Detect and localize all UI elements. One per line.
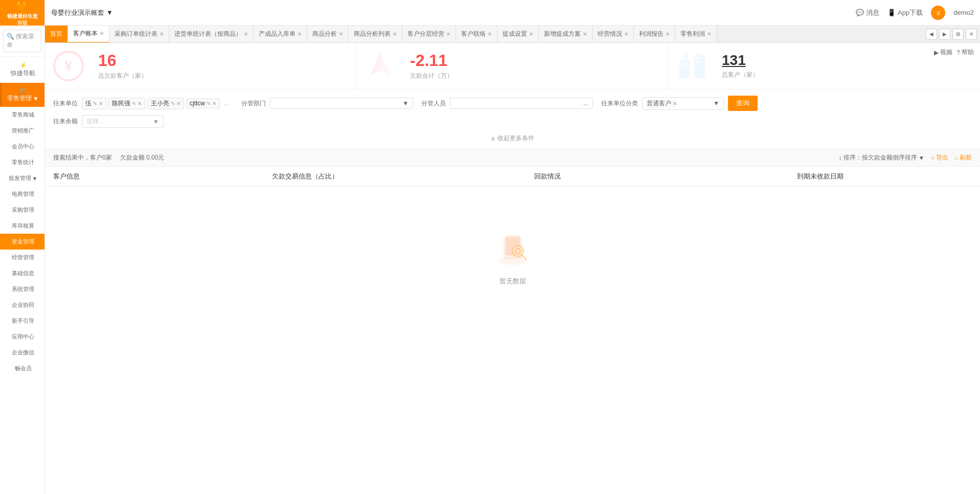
tab-profit-report[interactable]: 利润报告 ✕	[634, 26, 675, 43]
tab-product-close[interactable]: ✕	[298, 31, 302, 37]
tab-goodslist-close[interactable]: ✕	[393, 31, 397, 37]
tab-product-in[interactable]: 产成品入库单 ✕	[254, 26, 307, 43]
collab-label: 企业协同	[12, 302, 34, 308]
tab-retail-profit-close[interactable]: ✕	[707, 31, 711, 37]
member-label: 会员中心	[12, 143, 34, 149]
svg-rect-7	[684, 66, 686, 69]
sidebar-item-newguide[interactable]: 新手引导	[0, 313, 44, 329]
tab-customer-tier[interactable]: 客户分层经营 ✕	[402, 26, 456, 43]
help-label: 帮助	[962, 48, 974, 57]
tab-close-all-button[interactable]: ✕	[966, 29, 977, 40]
tab-commission-close[interactable]: ✕	[529, 31, 533, 37]
app-icon: 📱	[887, 9, 896, 16]
sidebar-item-system[interactable]: 系统管理	[0, 281, 44, 297]
sidebar-item-retailstat[interactable]: 零售统计	[0, 154, 44, 170]
sort-button[interactable]: ↕ 排序：按欠款金额倒序排序 ▼	[839, 153, 925, 162]
sidebar-item-finance[interactable]: 资金管理	[0, 234, 44, 250]
tab-customer-ledger[interactable]: 客户账本 ✕	[68, 26, 109, 43]
help-button[interactable]: ? 帮助	[956, 48, 974, 57]
help-icon: ?	[956, 49, 960, 56]
tab-tier-close[interactable]: ✕	[446, 31, 450, 37]
tab-customer-contact[interactable]: 客户联络 ✕	[456, 26, 497, 43]
tab-inventory-stat[interactable]: 进货单统计表（按商品） ✕	[169, 26, 254, 43]
search-menu-button[interactable]: 🔍 搜索菜单	[3, 30, 41, 52]
tab-opsstatus-close[interactable]: ✕	[624, 31, 628, 37]
dept-select[interactable]: ▼	[270, 98, 413, 109]
tab-commission-label: 提成设置	[503, 30, 527, 38]
sidebar-item-basic[interactable]: 基础信息	[0, 265, 44, 281]
tab-contact-close[interactable]: ✕	[488, 31, 492, 37]
tag-cj-close[interactable]: ✕	[212, 101, 216, 106]
stat-actions: ▶ 视频 ? 帮助	[934, 48, 974, 57]
empty-icon	[492, 228, 533, 268]
video-label: 视频	[940, 48, 952, 57]
tab-commission-setting[interactable]: 提成设置 ✕	[497, 26, 539, 43]
person-more-btn[interactable]: ...	[583, 100, 588, 107]
sidebar-item-inventory[interactable]: 库存核算	[0, 218, 44, 234]
sidebar-item-marketing[interactable]: 营销推广	[0, 123, 44, 139]
tab-retail-profit[interactable]: 零售利润 ✕	[675, 26, 717, 43]
sidebar-item-purchase[interactable]: 采购管理	[0, 202, 44, 218]
refresh-button[interactable]: ○ 刷新	[954, 153, 972, 162]
tag-cj-edit[interactable]: ✎	[207, 101, 211, 106]
tab-new-scheme[interactable]: 新增提成方案 ✕	[539, 26, 592, 43]
message-label: 消息	[866, 8, 879, 17]
tab-profit-close[interactable]: ✕	[666, 31, 670, 37]
quicknav-icon: ⚡	[19, 62, 27, 69]
tag-chen-edit[interactable]: ✎	[132, 101, 136, 106]
person-select[interactable]: ...	[450, 98, 593, 109]
sidebar-item-wxwork[interactable]: 企业微信	[0, 345, 44, 361]
sidebar-item-appcenter[interactable]: 应用中心	[0, 329, 44, 345]
user-avatar[interactable]: d	[931, 6, 945, 20]
topbar: 母婴行业演示账套 ▼ 💬 消息 📱 App下载 d demo2	[45, 0, 980, 26]
sidebar-item-retail[interactable]: 🛒 零售管理 ▼	[0, 83, 44, 107]
account-selector[interactable]: 母婴行业演示账套 ▼	[51, 8, 113, 17]
export-button[interactable]: ○ 导出	[931, 153, 948, 162]
tab-inventory-close[interactable]: ✕	[244, 31, 248, 37]
sidebar-item-ops[interactable]: 经营管理	[0, 250, 44, 265]
tag-chen-close[interactable]: ✕	[138, 101, 142, 106]
tab-goods-list[interactable]: 商品分析列表 ✕	[349, 26, 402, 43]
filter-more-button[interactable]: ...	[222, 99, 231, 108]
unit-type-close[interactable]: ✕	[673, 101, 677, 106]
balance-input[interactable]: 选择... ▼	[82, 115, 164, 128]
stat-total-info: 131 总客户（家）	[722, 53, 759, 79]
tag-wu-label: 伍	[85, 99, 92, 108]
sidebar-item-vip[interactable]: 畅会员	[0, 361, 44, 376]
tab-expand-button[interactable]: ⊞	[952, 29, 964, 40]
sidebar-item-collab[interactable]: 企业协同	[0, 297, 44, 313]
sidebar-item-retailmall[interactable]: 零售商城	[0, 107, 44, 123]
tab-purchase-close[interactable]: ✕	[159, 31, 164, 37]
query-button[interactable]: 查询	[728, 96, 758, 111]
unit-type-tag: 普通客户 ✕	[647, 99, 677, 108]
tab-prev-button[interactable]: ◀	[926, 29, 937, 40]
tab-ops-status[interactable]: 经营情况 ✕	[592, 26, 634, 43]
tab-goods-analysis[interactable]: 商品分析 ✕	[307, 26, 349, 43]
sidebar-item-ecommerce[interactable]: 电商管理	[0, 186, 44, 202]
tab-home[interactable]: 首页	[45, 26, 68, 43]
purchase-label: 采购管理	[12, 207, 34, 213]
video-button[interactable]: ▶ 视频	[934, 48, 952, 57]
tab-next-button[interactable]: ▶	[939, 29, 950, 40]
tab-purchase-order[interactable]: 采购订单统计表 ✕	[109, 26, 169, 43]
tab-scheme-close[interactable]: ✕	[583, 31, 587, 37]
collapse-up-icon: ∧	[491, 135, 495, 142]
sidebar-item-member[interactable]: 会员中心	[0, 139, 44, 154]
tab-goods-close[interactable]: ✕	[339, 31, 343, 37]
app-download-button[interactable]: 📱 App下载	[887, 8, 923, 17]
tag-wang-edit[interactable]: ✎	[171, 101, 175, 106]
sidebar-item-wholesale[interactable]: 批发管理 ▼	[0, 170, 44, 186]
sidebar: 🧡 畅捷通好生意 标版 🔍 搜索菜单 ⚡ 快捷导航 🛒 零售管理 ▼ 零售商城 …	[0, 0, 45, 494]
tab-customer-close[interactable]: ✕	[100, 31, 104, 36]
tag-wu-close[interactable]: ✕	[99, 101, 103, 106]
stat-card-debt: -2.11 欠款合计（万）	[357, 43, 669, 89]
tab-profit-label: 利润报告	[639, 30, 664, 38]
collapse-button[interactable]: ∧ 收起更多条件	[491, 134, 534, 143]
message-button[interactable]: 💬 消息	[856, 8, 879, 17]
stat-total-value: 131	[722, 53, 759, 69]
tag-wu-edit[interactable]: ✎	[93, 101, 97, 106]
results-info: 搜索结果中，客户0家 欠款金额 0.00元	[53, 153, 164, 162]
unit-type-select[interactable]: 普通客户 ✕ ▼	[642, 97, 724, 110]
sidebar-item-quicknav[interactable]: ⚡ 快捷导航	[0, 57, 44, 83]
tag-wang-close[interactable]: ✕	[176, 101, 180, 106]
